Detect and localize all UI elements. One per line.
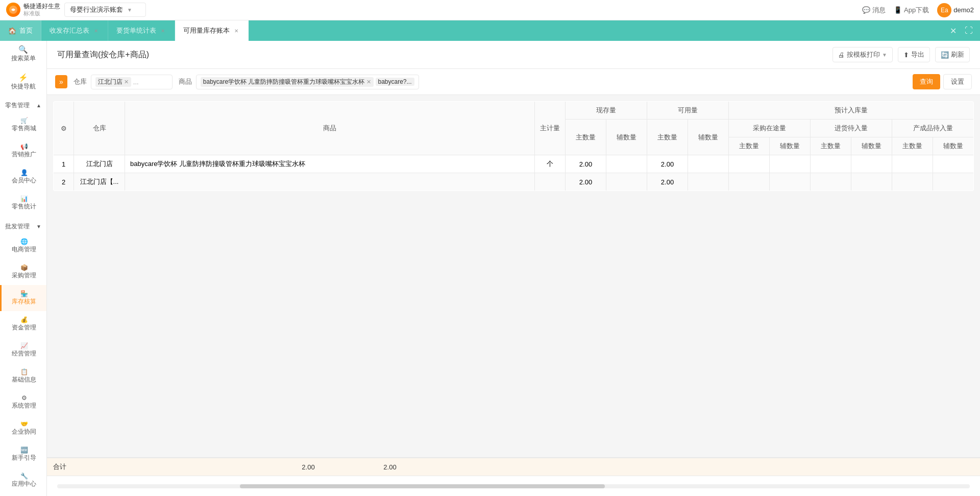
sidebar-item-basic[interactable]: 📋 基础信息 xyxy=(0,363,46,389)
sidebar-item-guide[interactable]: 🆕 新手引导 xyxy=(0,441,46,467)
product-tag-text-2: babycare?... xyxy=(378,78,412,85)
bottom-bar xyxy=(47,476,980,496)
warehouse-tag-text: 江北门店 xyxy=(98,78,122,86)
page-actions: 🖨 按模板打印 ▼ ⬆ 导出 🔄 刷新 xyxy=(832,47,970,62)
product-tag-1: babycare学饮杯 儿童防摔防撞吸管杯重力球吸嘴杯宝宝水杯 ✕ xyxy=(201,77,374,87)
refresh-label: 刷新 xyxy=(951,50,964,59)
product-tag-text-1: babycare学饮杯 儿童防摔防撞吸管杯重力球吸嘴杯宝宝水杯 xyxy=(203,78,365,86)
download-icon: 📱 xyxy=(894,6,902,14)
retail-label: 零售管理 xyxy=(5,101,30,110)
sidebar-item-system[interactable]: ⚙ 系统管理 xyxy=(0,389,46,415)
warehouse-filter-input[interactable]: 江北门店 ✕ ... xyxy=(91,75,173,89)
company-select[interactable]: 母婴行业演示账套 ▼ xyxy=(64,3,146,17)
query-btn[interactable]: 查询 xyxy=(913,74,940,89)
sidebar-item-operations[interactable]: 📈 经营管理 xyxy=(0,337,46,363)
tab-available-stock-label: 可用量库存账本 xyxy=(183,26,230,35)
th-avail-main-qty: 主数量 xyxy=(647,120,688,155)
content-area: 可用量查询(按仓库+商品) 🖨 按模板打印 ▼ ⬆ 导出 🔄 刷新 » xyxy=(47,41,980,496)
download-btn[interactable]: 📱 App下载 xyxy=(894,6,929,15)
cell-cur-aux-0 xyxy=(606,155,647,173)
tab-available-stock[interactable]: 可用量库存账本 ✕ xyxy=(175,20,249,41)
tab-order-stats-close[interactable]: ✕ xyxy=(159,27,166,34)
tab-close-all-btn[interactable]: ✕ xyxy=(947,24,960,38)
refresh-btn[interactable]: 🔄 刷新 xyxy=(935,47,970,62)
retail-stats-icon: 📊 xyxy=(20,195,28,202)
retail-mall-icon: 🛒 xyxy=(20,117,28,124)
table-settings-icon[interactable]: ⚙ xyxy=(61,125,67,132)
scrollbar-thumb[interactable] xyxy=(240,484,605,488)
guide-icon: 🆕 xyxy=(20,446,28,454)
logo-area: 畅捷通好生意 标准版 xyxy=(6,3,60,17)
th-settings[interactable]: ⚙ xyxy=(54,102,74,155)
product-filter-input[interactable]: babycare学饮杯 儿童防摔防撞吸管杯重力球吸嘴杯宝宝水杯 ✕ babyca… xyxy=(196,75,419,89)
table-wrapper[interactable]: ⚙ 仓库 商品 主计量 现存量 可用量 预计入库量 主数量 辅数量 主数量 辅数… xyxy=(47,95,980,457)
refresh-icon: 🔄 xyxy=(941,51,949,59)
sidebar-item-wechat[interactable]: 💬 企业微信 xyxy=(0,493,46,496)
filter-group-product: 商品 babycare学饮杯 儿童防摔防撞吸管杯重力球吸嘴杯宝宝水杯 ✕ bab… xyxy=(179,75,419,89)
inventory-label: 库存核算 xyxy=(12,297,36,306)
sidebar-item-retail-stats[interactable]: 📊 零售统计 xyxy=(0,190,46,216)
export-icon: ⬆ xyxy=(903,51,909,59)
th-current-main-qty: 主数量 xyxy=(566,120,606,155)
tab-home[interactable]: 🏠 首页 xyxy=(0,20,41,41)
horizontal-scrollbar[interactable] xyxy=(57,484,970,488)
th-planned-inbound: 预计入库量 xyxy=(729,102,974,120)
tab-fullscreen-btn[interactable]: ⛶ xyxy=(962,24,976,37)
system-icon: ⚙ xyxy=(21,394,27,401)
collab-label: 企业协同 xyxy=(12,428,36,436)
filter-toggle-btn[interactable]: » xyxy=(55,75,67,88)
tab-available-stock-close[interactable]: ✕ xyxy=(233,27,240,34)
user-area[interactable]: Ea demo2 xyxy=(937,3,974,17)
logo-sub: 标准版 xyxy=(23,10,60,17)
cell-pa-aux-0 xyxy=(851,155,892,173)
appstore-label: 应用中心 xyxy=(12,480,36,488)
sidebar-item-quicknav[interactable]: ⚡ 快捷导航 xyxy=(0,69,46,95)
page-title: 可用量查询(按仓库+商品) xyxy=(57,50,149,60)
sidebar-item-inventory[interactable]: 🏪 库存核算 xyxy=(0,285,46,311)
th-available: 可用量 xyxy=(647,102,729,120)
th-purchase-intransit: 采购在途量 xyxy=(729,120,811,137)
sidebar-item-retail-mall[interactable]: 🛒 零售商城 xyxy=(0,112,46,138)
cell-pt-aux-0 xyxy=(770,155,811,173)
th-product: 商品 xyxy=(125,102,535,155)
sidebar-item-search[interactable]: 🔍 搜索菜单 xyxy=(0,41,46,67)
inventory-icon: 🏪 xyxy=(20,290,28,297)
logo-text-area: 畅捷通好生意 标准版 xyxy=(23,3,60,17)
cell-product-1 xyxy=(125,173,535,191)
cell-pa-aux-1 xyxy=(851,173,892,191)
print-btn[interactable]: 🖨 按模板打印 ▼ xyxy=(832,47,893,62)
sidebar-item-member[interactable]: 👤 会员中心 xyxy=(0,164,46,190)
sidebar-item-marketing[interactable]: 📢 营销推广 xyxy=(0,138,46,164)
cell-pt-main-0 xyxy=(729,155,770,173)
logo-text: 畅捷通好生意 xyxy=(23,3,60,10)
settings-btn[interactable]: 设置 xyxy=(943,74,972,89)
th-warehouse: 仓库 xyxy=(74,102,125,155)
sidebar-item-purchase[interactable]: 📦 采购管理 xyxy=(0,259,46,285)
product-tag-close-1[interactable]: ✕ xyxy=(366,79,371,85)
tab-receivables-close[interactable]: ✕ xyxy=(92,27,100,34)
message-btn[interactable]: 💬 消息 xyxy=(862,6,886,15)
nav-tabs: 🏠 首页 收发存汇总表 ✕ 要货单统计表 ✕ 可用量库存账本 ✕ ✕ ⛶ xyxy=(0,20,980,41)
export-btn[interactable]: ⬆ 导出 xyxy=(898,47,930,62)
sidebar-item-ecommerce[interactable]: 🌐 电商管理 xyxy=(0,233,46,259)
footer-row: 合计 2.00 2.00 xyxy=(53,462,974,471)
sidebar-item-collab[interactable]: 🤝 企业协同 xyxy=(0,415,46,441)
filter-group-warehouse: 仓库 江北门店 ✕ ... xyxy=(74,75,173,89)
guide-label: 新手引导 xyxy=(12,454,36,462)
sidebar-group-wholesale[interactable]: 批发管理 ▼ xyxy=(0,218,46,233)
export-label: 导出 xyxy=(911,50,924,59)
operations-icon: 📈 xyxy=(20,342,28,349)
sidebar-item-finance[interactable]: 💰 资金管理 xyxy=(0,311,46,337)
message-icon: 💬 xyxy=(862,6,870,14)
finance-icon: 💰 xyxy=(20,316,28,323)
sidebar-item-appstore[interactable]: 🔧 应用中心 xyxy=(0,467,46,493)
retail-stats-label: 零售统计 xyxy=(12,202,36,211)
cell-warehouse-1: 江北门店【... xyxy=(74,173,125,191)
ecommerce-label: 电商管理 xyxy=(12,245,36,254)
cell-unit-0: 个 xyxy=(535,155,566,173)
cell-unit-1 xyxy=(535,173,566,191)
warehouse-tag-close[interactable]: ✕ xyxy=(124,79,129,85)
sidebar-group-retail[interactable]: 零售管理 ▲ xyxy=(0,97,46,112)
tab-order-stats[interactable]: 要货单统计表 ✕ xyxy=(108,20,175,41)
tab-receivables[interactable]: 收发存汇总表 ✕ xyxy=(41,20,108,41)
